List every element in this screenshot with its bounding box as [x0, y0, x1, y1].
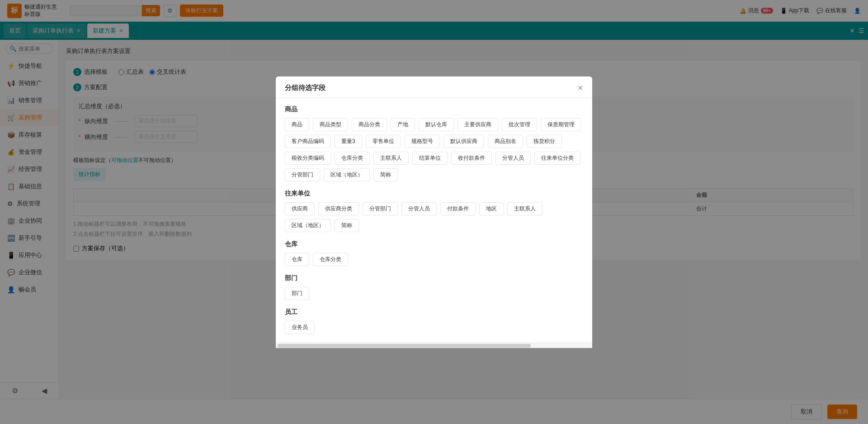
field-tag[interactable]: 主联系人 — [373, 152, 409, 165]
field-tag[interactable]: 收付款条件 — [451, 152, 492, 165]
modal-hscrollbar[interactable] — [276, 343, 592, 348]
field-tag[interactable]: 零售单位 — [366, 135, 401, 148]
field-tag[interactable]: 仓库分类 — [335, 152, 370, 165]
category-counterpart: 往来单位 供应商供应商分类分管部门分管人员付款条件地区主联系人区域（地区）简称 — [285, 190, 583, 232]
modal-close-button[interactable]: ✕ — [577, 84, 583, 92]
category-counterpart-tags: 供应商供应商分类分管部门分管人员付款条件地区主联系人区域（地区）简称 — [285, 202, 583, 232]
field-tag[interactable]: 供应商 — [285, 202, 315, 215]
category-employee-title: 员工 — [285, 308, 583, 316]
category-counterpart-title: 往来单位 — [285, 190, 583, 198]
category-product-tags: 商品商品类型商品分类产地默认仓库主要供应商批次管理保质期管理客户商品编码重量3零… — [285, 118, 583, 181]
field-tag[interactable]: 分管部门 — [285, 168, 320, 181]
field-tag[interactable]: 仓库 — [285, 253, 309, 266]
field-tag[interactable]: 默认仓库 — [419, 118, 454, 131]
field-tag[interactable]: 分管人员 — [495, 152, 531, 165]
field-tag[interactable]: 商品类型 — [313, 118, 348, 131]
field-tag[interactable]: 地区 — [479, 202, 504, 215]
category-department: 部门 部门 — [285, 274, 583, 300]
category-warehouse-tags: 仓库仓库分类 — [285, 253, 583, 266]
modal-hscrollbar-thumb — [278, 344, 531, 348]
category-warehouse: 仓库 仓库仓库分类 — [285, 240, 583, 266]
field-tag[interactable]: 部门 — [285, 287, 309, 300]
category-employee-tags: 业务员 — [285, 321, 583, 334]
field-tag[interactable]: 付款条件 — [440, 202, 476, 215]
modal-overlay: 分组待选字段 ✕ 商品 商品商品类型商品分类产地默认仓库主要供应商批次管理保质期… — [0, 0, 868, 424]
field-tag[interactable]: 主联系人 — [507, 202, 542, 215]
modal-dialog: 分组待选字段 ✕ 商品 商品商品类型商品分类产地默认仓库主要供应商批次管理保质期… — [276, 76, 592, 348]
field-tag[interactable]: 区域（地区） — [324, 168, 370, 181]
category-warehouse-title: 仓库 — [285, 240, 583, 248]
category-department-tags: 部门 — [285, 287, 583, 300]
modal-body: 商品 商品商品类型商品分类产地默认仓库主要供应商批次管理保质期管理客户商品编码重… — [276, 98, 592, 343]
field-tag[interactable]: 仓库分类 — [313, 253, 348, 266]
field-tag[interactable]: 业务员 — [285, 321, 315, 334]
field-tag[interactable]: 区域（地区） — [285, 219, 331, 232]
field-tag[interactable]: 简称 — [335, 219, 359, 232]
field-tag[interactable]: 批次管理 — [502, 118, 537, 131]
category-employee: 员工 业务员 — [285, 308, 583, 334]
field-tag[interactable]: 主要供应商 — [458, 118, 498, 131]
field-tag[interactable]: 供应商分类 — [318, 202, 359, 215]
field-tag[interactable]: 规格型号 — [405, 135, 440, 148]
field-tag[interactable]: 商品别名 — [488, 135, 523, 148]
category-product: 商品 商品商品类型商品分类产地默认仓库主要供应商批次管理保质期管理客户商品编码重… — [285, 105, 583, 181]
field-tag[interactable]: 默认供应商 — [443, 135, 484, 148]
modal-header: 分组待选字段 ✕ — [276, 76, 592, 98]
field-tag[interactable]: 客户商品编码 — [285, 135, 331, 148]
field-tag[interactable]: 拣货积分 — [527, 135, 562, 148]
field-tag[interactable]: 简称 — [373, 168, 398, 181]
field-tag[interactable]: 税收分类编码 — [285, 152, 331, 165]
field-tag[interactable]: 产地 — [391, 118, 415, 131]
field-tag[interactable]: 保质期管理 — [541, 118, 581, 131]
field-tag[interactable]: 分管人员 — [401, 202, 437, 215]
field-tag[interactable]: 分管部门 — [363, 202, 398, 215]
modal-title: 分组待选字段 — [285, 84, 326, 92]
field-tag[interactable]: 商品 — [285, 118, 309, 131]
field-tag[interactable]: 结算单位 — [412, 152, 448, 165]
category-product-title: 商品 — [285, 105, 583, 114]
field-tag[interactable]: 往来单位分类 — [534, 152, 580, 165]
field-tag[interactable]: 重量3 — [335, 135, 362, 148]
field-tag[interactable]: 商品分类 — [352, 118, 387, 131]
category-department-title: 部门 — [285, 274, 583, 282]
